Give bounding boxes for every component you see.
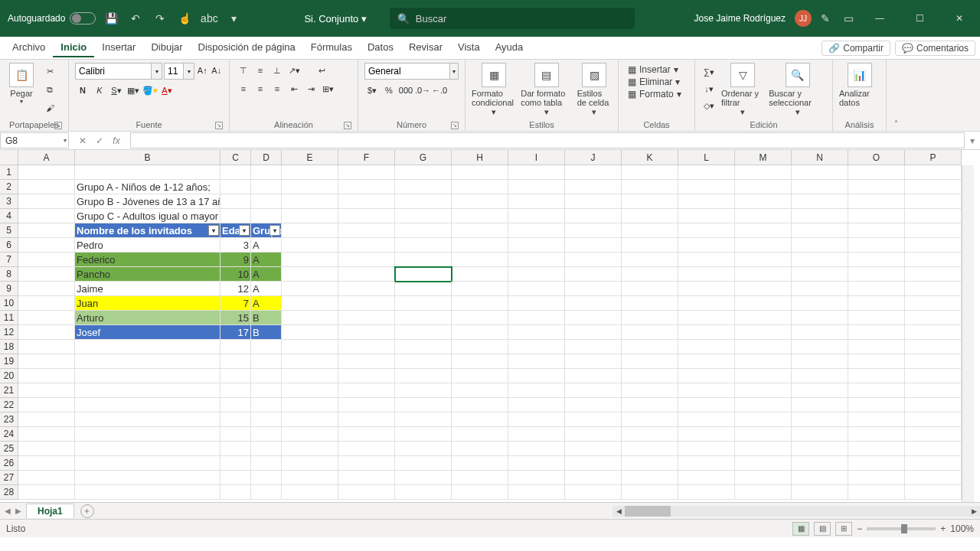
cell[interactable] <box>338 238 395 253</box>
format-cells-button[interactable]: ▦ Formato ▾ <box>625 89 688 99</box>
cell[interactable] <box>282 485 338 500</box>
cell[interactable] <box>508 253 565 267</box>
cell[interactable] <box>18 253 75 267</box>
cell[interactable] <box>508 209 565 223</box>
cell[interactable] <box>338 398 395 412</box>
cancel-icon[interactable]: ✕ <box>75 133 90 148</box>
row-header[interactable]: 8 <box>0 267 18 282</box>
cell[interactable] <box>75 442 220 456</box>
cell[interactable] <box>282 282 338 296</box>
cell[interactable] <box>338 456 395 471</box>
cell[interactable] <box>251 383 282 398</box>
cell[interactable] <box>905 412 962 427</box>
column-header[interactable]: M <box>735 150 792 165</box>
maximize-button[interactable]: ☐ <box>902 6 937 31</box>
cell[interactable] <box>282 223 338 238</box>
comments-button[interactable]: 💬 Comentarios <box>895 41 975 56</box>
cell[interactable] <box>220 471 251 485</box>
cell[interactable] <box>735 442 792 456</box>
cell[interactable] <box>18 471 75 485</box>
cell[interactable] <box>395 427 452 442</box>
cell[interactable] <box>565 398 622 412</box>
cell[interactable] <box>678 485 735 500</box>
cell[interactable] <box>678 165 735 180</box>
row-header[interactable]: 12 <box>0 325 18 340</box>
cells-area[interactable]: Grupo A - Niños de 1-12 años;Grupo B - J… <box>18 165 962 502</box>
cell[interactable] <box>18 180 75 194</box>
cell[interactable] <box>282 267 338 282</box>
cell[interactable] <box>452 471 508 485</box>
cell[interactable]: Nombre de los invitados▾ <box>75 223 220 238</box>
cell[interactable] <box>735 383 792 398</box>
cell[interactable] <box>565 369 622 383</box>
cell[interactable] <box>18 238 75 253</box>
cell[interactable] <box>735 209 792 223</box>
cell[interactable] <box>18 296 75 311</box>
cell[interactable] <box>905 296 962 311</box>
cell[interactable] <box>18 354 75 369</box>
cell[interactable] <box>792 340 848 354</box>
cell[interactable] <box>792 369 848 383</box>
cell[interactable] <box>678 180 735 194</box>
cell[interactable] <box>251 456 282 471</box>
cell[interactable] <box>622 194 678 209</box>
cell[interactable] <box>905 311 962 325</box>
clear-icon[interactable]: ◇▾ <box>701 98 717 113</box>
cell[interactable] <box>18 412 75 427</box>
cell[interactable]: Federico <box>75 253 220 267</box>
cell[interactable] <box>220 485 251 500</box>
cell[interactable] <box>792 209 848 223</box>
fx-icon[interactable]: fx <box>109 133 124 148</box>
cell[interactable]: 7 <box>220 296 251 311</box>
cell[interactable] <box>18 369 75 383</box>
cell[interactable] <box>622 340 678 354</box>
cell[interactable] <box>251 427 282 442</box>
format-painter-icon[interactable]: 🖌 <box>41 99 58 116</box>
cell[interactable] <box>395 267 452 282</box>
cell[interactable] <box>905 427 962 442</box>
cell[interactable] <box>395 223 452 238</box>
cell[interactable] <box>338 383 395 398</box>
cell[interactable] <box>565 282 622 296</box>
align-middle-icon[interactable]: ≡ <box>253 63 268 78</box>
cell[interactable] <box>848 311 905 325</box>
cell[interactable] <box>678 296 735 311</box>
cell[interactable] <box>282 369 338 383</box>
cell[interactable] <box>735 267 792 282</box>
cell[interactable] <box>678 340 735 354</box>
cell[interactable] <box>282 180 338 194</box>
cell[interactable] <box>338 369 395 383</box>
menu-tab-datos[interactable]: Datos <box>360 38 401 57</box>
cell[interactable] <box>735 485 792 500</box>
cell[interactable] <box>735 340 792 354</box>
cell[interactable] <box>395 412 452 427</box>
add-sheet-button[interactable]: ＋ <box>80 504 94 518</box>
cell[interactable] <box>18 325 75 340</box>
cell[interactable] <box>338 165 395 180</box>
cell-styles-button[interactable]: ▨Estilos de celda▾ <box>577 63 612 117</box>
cell[interactable] <box>678 223 735 238</box>
cell[interactable] <box>338 194 395 209</box>
cell[interactable] <box>395 354 452 369</box>
cell[interactable] <box>792 267 848 282</box>
cell[interactable] <box>622 427 678 442</box>
dialog-launcher-icon[interactable]: ↘ <box>451 122 459 129</box>
cell[interactable] <box>735 238 792 253</box>
font-name-input[interactable] <box>75 63 152 80</box>
spellcheck-icon[interactable]: abc <box>200 9 218 28</box>
cell[interactable] <box>251 194 282 209</box>
cell[interactable] <box>508 383 565 398</box>
cell[interactable] <box>792 442 848 456</box>
font-color-button[interactable]: A▾ <box>159 83 175 98</box>
page-layout-view-icon[interactable]: ▤ <box>814 522 831 536</box>
cell[interactable] <box>282 238 338 253</box>
cell[interactable] <box>848 238 905 253</box>
copy-icon[interactable]: ⧉ <box>41 81 58 98</box>
decrease-font-icon[interactable]: A↓ <box>211 63 224 78</box>
row-header[interactable]: 6 <box>0 238 18 253</box>
expand-formula-icon[interactable]: ▾ <box>965 133 980 148</box>
cell[interactable] <box>251 369 282 383</box>
cell[interactable] <box>18 442 75 456</box>
cell[interactable] <box>848 209 905 223</box>
cell[interactable] <box>622 383 678 398</box>
